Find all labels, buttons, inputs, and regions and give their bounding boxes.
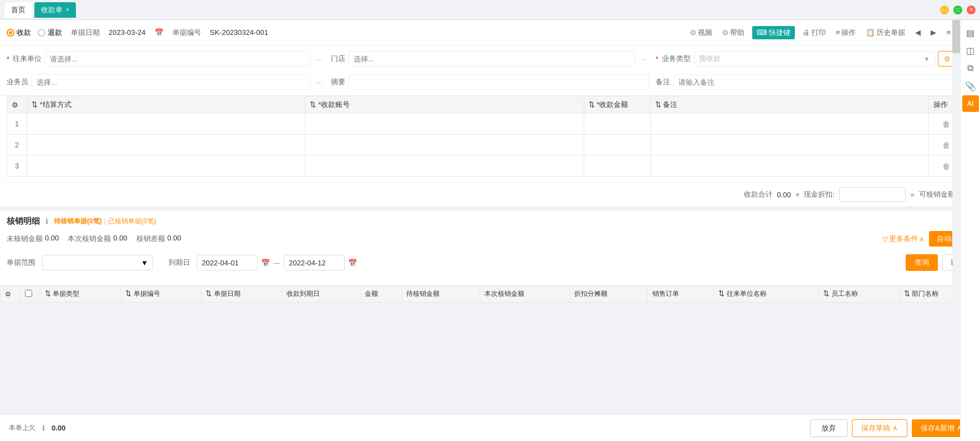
row-2-amount-input[interactable] <box>584 135 650 155</box>
remark-input[interactable] <box>673 74 973 90</box>
row-2-account[interactable] <box>305 135 584 156</box>
history-icon: 📋 <box>866 28 875 37</box>
sidebar-icon-ai[interactable]: Ai <box>962 95 979 112</box>
history-btn[interactable]: 📋 历史单据 <box>864 27 907 39</box>
radio-receipt-circle <box>7 29 14 37</box>
total-value: 0.00 <box>777 191 791 199</box>
tab-pending[interactable]: 待核销单据(0笔) <box>54 217 102 226</box>
row-2-remark[interactable] <box>650 135 928 156</box>
tab-home[interactable]: 首页 <box>4 2 32 18</box>
radio-refund[interactable]: 退款 <box>38 28 62 38</box>
row-2-amount[interactable] <box>584 135 650 156</box>
range-select[interactable]: ▼ <box>42 255 153 270</box>
row-3-amount[interactable] <box>584 156 650 177</box>
calendar-to-icon[interactable]: 📅 <box>348 259 357 267</box>
nav-next-btn[interactable]: ▶ <box>928 27 938 38</box>
scrollbar-track[interactable] <box>952 20 960 414</box>
summary-row: 收款合计 0.00 + 现金折扣: = 可核销金额 0.00 <box>0 182 980 206</box>
row-1-remark-input[interactable] <box>651 114 928 134</box>
window-maximize-btn[interactable]: □ <box>953 6 962 14</box>
tab-receipts-label: 收款单 <box>41 5 63 15</box>
date-to-input[interactable] <box>284 255 345 270</box>
nav-prev-btn[interactable]: ◀ <box>913 27 923 38</box>
row-1-amount-input[interactable] <box>584 114 650 134</box>
discount-input[interactable] <box>839 187 906 202</box>
row-3-settle-input[interactable] <box>27 156 305 176</box>
sort-icon-3: ⇅ <box>589 100 595 109</box>
video-icon: ⊙ <box>690 28 696 37</box>
video-btn[interactable]: ⊙ 视频 <box>688 27 714 39</box>
btable-header-date: ⇅ 单据日期 <box>201 286 282 302</box>
staff-input[interactable] <box>32 74 310 90</box>
save-new-label: 保存&新增 <box>921 423 955 433</box>
row-1-account-input[interactable] <box>305 114 583 134</box>
sidebar-icon-table[interactable]: ▤ <box>962 24 979 41</box>
shortcut-btn[interactable]: ⌨ 快捷键 <box>752 26 795 39</box>
query-btn[interactable]: 查询 <box>906 254 938 271</box>
window-minimize-btn[interactable]: — <box>940 6 949 14</box>
counterpart-input[interactable] <box>45 51 310 66</box>
row-2-account-input[interactable] <box>305 135 583 155</box>
date-from-input[interactable] <box>197 255 258 270</box>
row-2-settle-input[interactable] <box>27 135 305 155</box>
save-draft-btn[interactable]: 保存草稿 ∧ <box>852 419 907 437</box>
row-3-delete-btn[interactable]: 🗑 <box>942 162 950 171</box>
sort-7: ⇅ <box>206 289 212 298</box>
row-3-remark-input[interactable] <box>651 156 928 176</box>
table-row: 1 🗑 ⊞ <box>7 114 973 135</box>
btable-header-current: 本次核销金额 <box>479 286 570 302</box>
biz-type-select[interactable]: 预收款 ▼ <box>694 51 935 66</box>
view-list-btn[interactable]: ≡ <box>944 27 953 38</box>
abandon-btn[interactable]: 放弃 <box>810 419 848 437</box>
sidebar-icon-layout[interactable]: ◫ <box>962 42 979 59</box>
row-1-settle[interactable] <box>27 114 305 135</box>
row-1-delete-btn[interactable]: 🗑 <box>942 120 950 129</box>
store-more-btn[interactable]: ··· <box>639 55 649 63</box>
biz-type-arrow: ▼ <box>924 56 930 62</box>
footer-info-icon[interactable]: ℹ <box>42 424 45 432</box>
row-3-account-input[interactable] <box>305 156 583 176</box>
tab-receipts[interactable]: 收款单 × <box>34 2 76 18</box>
row-3-remark[interactable] <box>650 156 928 177</box>
calendar-icon[interactable]: 📅 <box>155 28 164 37</box>
summary-input[interactable] <box>349 74 649 90</box>
verification-info-icon[interactable]: ℹ <box>45 217 48 225</box>
counterpart-more-btn[interactable]: ··· <box>314 55 324 63</box>
sort-6: ⇅ <box>125 289 131 298</box>
operation-btn[interactable]: ≡ 操作 <box>834 27 859 39</box>
row-2-settle[interactable] <box>27 135 305 156</box>
save-draft-label: 保存草稿 <box>861 423 890 433</box>
scrollbar-thumb[interactable] <box>952 20 960 53</box>
row-1-account[interactable] <box>305 114 584 135</box>
store-input[interactable] <box>349 51 635 66</box>
row-3-amount-input[interactable] <box>584 156 650 176</box>
tab-divider: | <box>104 217 106 226</box>
row-3-account[interactable] <box>305 156 584 177</box>
sidebar-icon-grid[interactable]: ⧉ <box>962 60 979 76</box>
calendar-from-icon[interactable]: 📅 <box>261 259 270 267</box>
row-2-delete-btn[interactable]: 🗑 <box>942 141 950 150</box>
summary-label: 摘要 <box>331 77 345 87</box>
row-1-amount[interactable] <box>584 114 650 135</box>
staff-more-btn[interactable]: ··· <box>314 78 324 86</box>
window-close-btn[interactable]: ✕ <box>967 6 976 14</box>
radio-receipt[interactable]: 收款 <box>7 28 31 38</box>
print-btn[interactable]: 🖨 打印 <box>800 27 828 39</box>
verification-title: 核销明细 <box>7 216 40 227</box>
row-2-remark-input[interactable] <box>651 135 928 155</box>
row-1-settle-input[interactable] <box>27 114 305 134</box>
tab-done[interactable]: 已核销单据(0笔) <box>108 217 156 226</box>
table-row: 3 🗑 ⊞ <box>7 156 973 177</box>
row-3-settle[interactable] <box>27 156 305 177</box>
sidebar-icon-attach[interactable]: 📎 <box>962 78 979 94</box>
table-gear-header[interactable]: ⚙ <box>7 96 27 114</box>
select-all-checkbox[interactable] <box>25 290 32 297</box>
more-conditions-btn[interactable]: ▽ 更多条件 ∧ <box>882 234 925 244</box>
counterpart-required: * <box>7 55 9 63</box>
btable-gear-header[interactable]: ⚙ <box>1 286 21 302</box>
staff-label: 业务员 <box>7 77 28 87</box>
tab-close-icon[interactable]: × <box>66 7 69 13</box>
help-btn[interactable]: ⊙ 帮助 <box>720 27 747 39</box>
current-value: 0.00 <box>113 234 127 244</box>
row-1-remark[interactable] <box>650 114 928 135</box>
